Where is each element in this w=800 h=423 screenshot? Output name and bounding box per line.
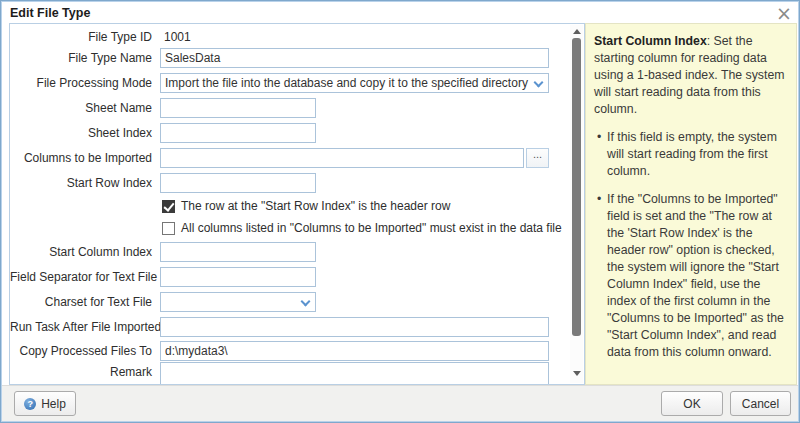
- header-row-checkbox-label: The row at the "Start Row Index" is the …: [181, 199, 450, 213]
- form-row-header-row-checkbox: The row at the "Start Row Index" is the …: [10, 195, 584, 217]
- file-processing-mode-value: Import the file into the database and co…: [165, 76, 528, 90]
- file-processing-mode-select[interactable]: Import the file into the database and co…: [160, 73, 549, 93]
- scroll-up-icon[interactable]: [570, 25, 583, 37]
- bullet-icon: [594, 191, 607, 361]
- form-row-file-type-name: File Type Name: [10, 45, 584, 70]
- columns-to-be-imported-label: Columns to be Imported: [10, 151, 160, 165]
- chevron-down-icon: [534, 77, 544, 87]
- form-scrollbar[interactable]: [570, 25, 583, 383]
- form-row-sheet-name: Sheet Name: [10, 95, 584, 120]
- run-task-label: Run Task After File Imported: [10, 320, 160, 334]
- sheet-index-input[interactable]: [160, 123, 316, 143]
- help-bullet-2: If the "Columns to be Imported" field is…: [594, 191, 788, 361]
- form-row-charset: Charset for Text File: [10, 289, 584, 314]
- form-rows: File Type ID 1001 File Type Name File Pr…: [10, 24, 584, 384]
- footer-bar: ? Help OK Cancel: [2, 385, 798, 421]
- columns-to-be-imported-input[interactable]: [160, 148, 524, 168]
- sheet-index-label: Sheet Index: [10, 126, 160, 140]
- copy-processed-label: Copy Processed Files To: [10, 344, 160, 358]
- title-bar: Edit File Type ×: [2, 2, 798, 23]
- field-separator-label: Field Separator for Text File: [10, 270, 160, 284]
- field-separator-input[interactable]: [160, 267, 316, 287]
- ok-button[interactable]: OK: [661, 391, 723, 416]
- browse-columns-button[interactable]: ...: [526, 148, 549, 168]
- remark-textarea[interactable]: [160, 362, 549, 384]
- charset-label: Charset for Text File: [10, 295, 160, 309]
- form-row-columns-to-be-imported: Columns to be Imported ...: [10, 145, 584, 170]
- copy-processed-input[interactable]: [160, 341, 549, 361]
- file-type-id-label: File Type ID: [10, 30, 160, 44]
- help-term: Start Column Index: [594, 34, 707, 48]
- remark-label: Remark: [10, 362, 160, 379]
- help-button[interactable]: ? Help: [14, 391, 76, 416]
- form-row-file-type-id: File Type ID 1001: [10, 28, 584, 45]
- dialog-content: File Type ID 1001 File Type Name File Pr…: [2, 23, 798, 385]
- cancel-button[interactable]: Cancel: [730, 391, 791, 416]
- scroll-down-icon[interactable]: [570, 367, 583, 379]
- help-bullets: If this field is empty, the system will …: [594, 129, 788, 361]
- file-type-name-label: File Type Name: [10, 51, 160, 65]
- form-row-start-row-index: Start Row Index: [10, 170, 584, 195]
- form-row-sheet-index: Sheet Index: [10, 120, 584, 145]
- help-icon: ?: [24, 398, 36, 410]
- start-row-index-label: Start Row Index: [10, 176, 160, 190]
- close-icon[interactable]: ×: [776, 5, 792, 21]
- edit-file-type-dialog: Edit File Type × File Type ID 1001 File …: [0, 0, 800, 423]
- sheet-name-label: Sheet Name: [10, 101, 160, 115]
- help-panel: Start Column Index: Set the starting col…: [585, 23, 797, 385]
- form-row-all-columns-checkbox: All columns listed in "Columns to be Imp…: [10, 217, 584, 239]
- file-processing-mode-label: File Processing Mode: [10, 76, 160, 90]
- dialog-title: Edit File Type: [10, 6, 776, 20]
- chevron-down-icon: [301, 296, 311, 306]
- help-intro: Start Column Index: Set the starting col…: [594, 33, 788, 118]
- bullet-icon: [594, 129, 607, 180]
- form-row-run-task: Run Task After File Imported: [10, 314, 584, 339]
- form-row-remark: Remark: [10, 362, 584, 384]
- form-row-file-processing-mode: File Processing Mode Import the file int…: [10, 70, 584, 95]
- form-panel: File Type ID 1001 File Type Name File Pr…: [9, 23, 585, 385]
- file-type-name-input[interactable]: [160, 48, 549, 68]
- scrollbar-thumb[interactable]: [572, 38, 581, 336]
- header-row-checkbox[interactable]: [162, 200, 175, 213]
- start-column-index-input[interactable]: [160, 242, 316, 262]
- all-columns-checkbox-label: All columns listed in "Columns to be Imp…: [181, 221, 562, 235]
- start-column-index-label: Start Column Index: [10, 245, 160, 259]
- charset-select[interactable]: [160, 292, 316, 312]
- form-row-start-column-index: Start Column Index: [10, 239, 584, 264]
- all-columns-checkbox[interactable]: [162, 222, 175, 235]
- form-row-copy-processed: Copy Processed Files To: [10, 339, 584, 362]
- run-task-input[interactable]: [160, 317, 549, 337]
- form-row-field-separator: Field Separator for Text File: [10, 264, 584, 289]
- sheet-name-input[interactable]: [160, 98, 316, 118]
- start-row-index-input[interactable]: [160, 173, 316, 193]
- file-type-id-value: 1001: [160, 30, 191, 44]
- help-bullet-1: If this field is empty, the system will …: [594, 129, 788, 180]
